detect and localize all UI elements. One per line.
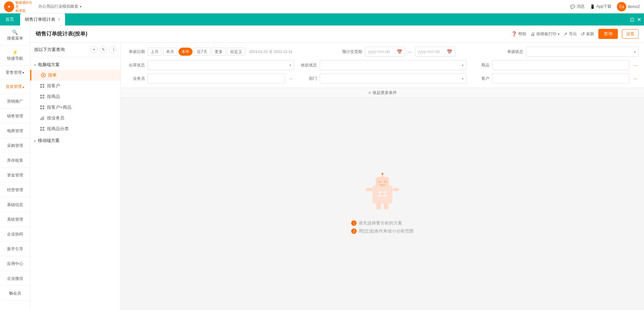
- ship-status-select[interactable]: ▾: [148, 60, 294, 70]
- salesman-input[interactable]: [148, 73, 285, 84]
- window-restore-icon[interactable]: ⊡: [630, 16, 634, 23]
- collapse-panel-button[interactable]: 《: [109, 46, 116, 53]
- sidebar-item-sales[interactable]: 销售管理: [0, 109, 30, 123]
- svg-rect-8: [43, 95, 44, 96]
- custom-date-btn[interactable]: 自定义: [227, 48, 245, 56]
- tree-item-label: 按客户: [47, 83, 60, 89]
- sidebar-item-retail[interactable]: 零售管理 ▾: [0, 66, 30, 80]
- empty-illustration: [359, 172, 406, 212]
- expected-date-label: 预计交货期: [342, 49, 362, 55]
- tree-item-by-category[interactable]: 按商品分类: [30, 123, 120, 134]
- collapse-bar[interactable]: ∧ 收起更多条件: [121, 88, 644, 98]
- help-button[interactable]: ❓ 帮助: [511, 31, 526, 37]
- expected-date-end-input[interactable]: yyyy-mm-dd 📅: [415, 47, 455, 57]
- date-picker-start-icon: 📅: [397, 49, 402, 54]
- edit-scheme-button[interactable]: ✎: [100, 46, 107, 53]
- tree-item-by-goods[interactable]: 按商品: [30, 91, 120, 102]
- sidebar-item-wholesale[interactable]: 批发管理 ▴: [0, 80, 30, 94]
- sidebar-item-label: 应用中心: [1, 261, 29, 267]
- svg-rect-10: [43, 97, 44, 99]
- tab-home[interactable]: 首页: [0, 13, 19, 25]
- tab-close-icon[interactable]: ×: [58, 17, 60, 22]
- this-year-btn[interactable]: 本年: [178, 48, 193, 56]
- refresh-icon: ↺: [581, 31, 585, 37]
- tab-sales-order[interactable]: 销售订单统计表 ×: [20, 13, 65, 25]
- goods-more-icon[interactable]: ···: [632, 62, 639, 68]
- svg-point-27: [379, 181, 380, 183]
- by-goods-icon: [40, 94, 45, 99]
- salesman-more-icon[interactable]: ···: [288, 76, 294, 81]
- sidebar-item-cooperation[interactable]: 企业协同: [0, 227, 30, 242]
- tree-item-by-salesman[interactable]: 按业务员: [30, 113, 120, 123]
- svg-point-28: [384, 181, 386, 183]
- more-date-btn[interactable]: 更多: [212, 48, 226, 56]
- refresh-button[interactable]: ↺ 刷新: [581, 31, 594, 37]
- edit-icon: ✎: [102, 47, 105, 52]
- date-range-text: 2023-01-01 至 2023-12-31: [249, 49, 293, 54]
- tree-section-desktop-header[interactable]: ▾ 电脑端方案: [30, 60, 120, 70]
- sidebar-item-basic[interactable]: 基础信息: [0, 197, 30, 212]
- sidebar-item-quick-nav[interactable]: ⚡ 快捷导航: [0, 46, 30, 66]
- last-month-btn[interactable]: 上月: [148, 48, 162, 56]
- window-close-icon[interactable]: ✕: [637, 16, 641, 23]
- goods-label: 商品: [471, 62, 489, 68]
- sidebar-item-marketing[interactable]: 营销推广: [0, 94, 30, 109]
- by-category-icon: [40, 126, 45, 132]
- pay-status-label: 收款状态: [298, 62, 317, 68]
- app-download-button[interactable]: 📱 App下载: [590, 4, 611, 9]
- sidebar-item-ecommerce[interactable]: 电商管理: [0, 123, 30, 138]
- dept-select[interactable]: ▾: [320, 73, 466, 84]
- download-icon: 📱: [590, 4, 595, 9]
- tab-bar: 首页 销售订单统计表 × ⊡ ✕: [0, 13, 644, 25]
- sidebar-item-search-menu[interactable]: 🔍 搜索菜单: [0, 25, 30, 46]
- page-header-actions: ❓ 帮助 🖨 按模板打印 ▾ ↗ 导出 ↺ 刷新 查询: [511, 29, 639, 39]
- svg-rect-17: [42, 117, 43, 120]
- settings-button[interactable]: 设置: [622, 29, 639, 39]
- expected-date-start-input[interactable]: yyyy-mm-dd 📅: [365, 47, 405, 57]
- sidebar-item-membership[interactable]: 畅会员: [0, 286, 30, 301]
- this-month-btn[interactable]: 本月: [163, 48, 177, 56]
- dept-arrow-icon: ▾: [462, 77, 464, 81]
- tree-item-by-order[interactable]: 按单: [30, 70, 120, 81]
- sidebar-item-label: 搜索菜单: [1, 36, 29, 41]
- pay-status-select[interactable]: ▾: [320, 60, 466, 70]
- sidebar-item-label: 库存核算: [1, 158, 29, 163]
- sidebar-item-appcenter[interactable]: 应用中心: [0, 256, 30, 271]
- sidebar-item-inventory[interactable]: 库存核算: [0, 153, 30, 168]
- tree-item-by-cust-goods[interactable]: 按客户+商品: [30, 102, 120, 113]
- sidebar-item-purchase[interactable]: 采购管理: [0, 138, 30, 153]
- avatar: Ea: [617, 2, 626, 11]
- tree-item-by-customer[interactable]: 按客户: [30, 81, 120, 91]
- svg-rect-13: [40, 108, 42, 109]
- svg-rect-33: [376, 203, 381, 209]
- collapse-icon: 《: [111, 47, 115, 53]
- template-print-button[interactable]: 🖨 按模板打印 ▾: [530, 31, 559, 37]
- tree-section-mobile-header[interactable]: ▸ 移动端方案: [30, 136, 120, 146]
- search-button[interactable]: 查询: [598, 29, 618, 39]
- status-select[interactable]: ▾: [526, 47, 639, 57]
- status-label: 单据状态: [504, 49, 523, 55]
- tree-item-label: 按客户+商品: [47, 104, 71, 110]
- sidebar-item-corpwechat[interactable]: 企业微信: [0, 271, 30, 286]
- sidebar-item-newguide[interactable]: 新手引导: [0, 242, 30, 256]
- goods-input[interactable]: [492, 60, 630, 70]
- user-profile[interactable]: Ea demo2: [617, 2, 640, 11]
- customer-more-icon[interactable]: ···: [632, 76, 639, 81]
- svg-rect-4: [43, 84, 44, 86]
- sidebar-item-system[interactable]: 系统管理: [0, 212, 30, 227]
- svg-rect-11: [40, 105, 42, 107]
- messages-button[interactable]: 💬 消息: [570, 4, 585, 9]
- last-7days-btn[interactable]: 近7天: [194, 48, 210, 56]
- logo-text: 畅捷通好生意 标准版: [15, 1, 34, 13]
- hint-item-1: 1 请先选择要分析的方案: [351, 220, 413, 226]
- sidebar-item-operations[interactable]: 经营管理: [0, 183, 30, 197]
- breadcrumb-dropdown[interactable]: 办公用品行业模拟账套 ▾: [38, 4, 82, 9]
- sidebar-item-label: 快捷导航: [1, 56, 29, 61]
- sidebar-item-label: 系统管理: [1, 217, 29, 222]
- sidebar-item-finance[interactable]: 资金管理: [0, 168, 30, 183]
- date-separator: —: [408, 49, 412, 54]
- export-button[interactable]: ↗ 导出: [564, 31, 577, 37]
- customer-input[interactable]: [492, 73, 630, 84]
- add-scheme-button[interactable]: +: [90, 46, 98, 53]
- svg-rect-9: [40, 97, 42, 99]
